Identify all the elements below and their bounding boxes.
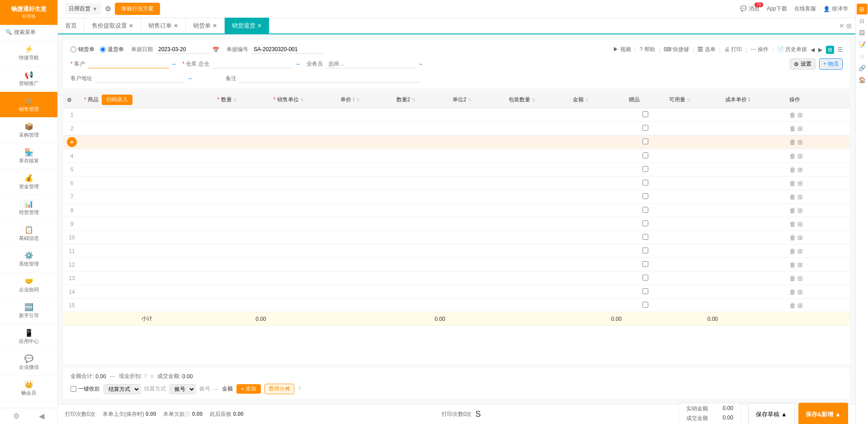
right-panel-star[interactable]: ☆ <box>857 51 868 62</box>
cell-product[interactable] <box>80 163 214 176</box>
gift-checkbox[interactable] <box>642 193 648 199</box>
user-menu[interactable]: 👤 徐泽华 <box>823 5 848 13</box>
radio-return[interactable]: 退货单 <box>100 46 124 53</box>
product-input[interactable] <box>84 289 210 295</box>
product-input[interactable] <box>84 153 210 159</box>
sort-unit2-icon[interactable]: ⇅ <box>468 97 472 102</box>
cell-amount[interactable] <box>569 108 625 122</box>
cell-product[interactable] <box>80 272 214 285</box>
product-input[interactable] <box>84 248 210 254</box>
cell-pkg-qty[interactable] <box>505 299 569 312</box>
gift-checkbox[interactable] <box>642 152 648 158</box>
cell-unit[interactable] <box>270 122 337 135</box>
copy-row-icon[interactable]: ⊞ <box>797 180 803 187</box>
tab-sale-setting[interactable]: 售价提取设置✕ <box>85 18 141 34</box>
cell-price[interactable] <box>337 135 393 149</box>
cell-qty2[interactable] <box>393 217 449 231</box>
cell-pkg-qty[interactable] <box>505 163 569 176</box>
delete-row-icon[interactable]: 🗑 <box>789 152 796 160</box>
copy-row-icon[interactable]: ⊞ <box>797 302 803 309</box>
experience-btn[interactable]: 体验行业方案 <box>115 3 160 15</box>
customer-lookup-icon[interactable]: ··· <box>172 60 175 68</box>
delete-row-icon[interactable]: 🗑 <box>789 275 796 282</box>
delete-row-icon[interactable]: 🗑 <box>789 288 796 295</box>
cell-qty[interactable] <box>214 258 270 272</box>
cell-cost-price[interactable] <box>722 108 786 122</box>
radio-sale[interactable]: 销货单 <box>71 46 94 53</box>
video-btn[interactable]: ▶ 视频 <box>613 46 631 53</box>
cell-unit2[interactable] <box>449 244 505 258</box>
delete-row-icon[interactable]: 🗑 <box>789 220 796 228</box>
delete-row-icon[interactable]: 🗑 <box>789 302 796 309</box>
cell-cost-price[interactable] <box>722 190 786 204</box>
save-draft-btn[interactable]: 保存草稿 ▲ <box>748 403 795 424</box>
sort-unit-icon[interactable]: ⇅ <box>300 97 304 102</box>
cell-product[interactable] <box>80 231 214 244</box>
product-input[interactable] <box>84 275 210 281</box>
product-input[interactable] <box>84 180 210 186</box>
sidebar-item-inventory[interactable]: 🏪库存核算 <box>0 143 57 169</box>
cell-qty[interactable] <box>214 149 270 163</box>
sidebar-item-wechat[interactable]: 💬企业微信 <box>0 350 57 376</box>
cell-gift[interactable] <box>625 190 665 204</box>
cell-unit2[interactable] <box>449 217 505 231</box>
cell-unit2[interactable] <box>449 299 505 312</box>
staff-lookup-icon[interactable]: ··· <box>419 60 422 68</box>
cell-gift[interactable] <box>625 135 665 149</box>
warehouse-input[interactable] <box>212 60 293 68</box>
cell-available[interactable] <box>665 108 722 122</box>
message-btn[interactable]: 💬 消息 70 <box>740 5 759 13</box>
cell-unit2[interactable] <box>449 122 505 135</box>
product-input[interactable] <box>84 194 210 200</box>
sort-avail-icon[interactable]: ⇅ <box>687 97 690 102</box>
cell-pkg-qty[interactable] <box>505 244 569 258</box>
cell-gift[interactable] <box>625 122 665 135</box>
cell-amount[interactable] <box>569 176 625 190</box>
delete-row-icon[interactable]: 🗑 <box>789 138 796 146</box>
cell-cost-price[interactable] <box>722 299 786 312</box>
one-key-collect-checkbox[interactable] <box>71 386 76 392</box>
gift-checkbox[interactable] <box>642 207 648 213</box>
tab-sale-goods[interactable]: 销货单✕ <box>186 18 225 34</box>
sidebar-item-apps[interactable]: 📱应用中心 <box>0 324 57 350</box>
copy-row-icon[interactable]: ⊞ <box>797 275 803 282</box>
cell-unit2[interactable] <box>449 204 505 217</box>
date-input[interactable] <box>156 45 210 54</box>
copy-row-icon[interactable]: ⊞ <box>797 220 803 228</box>
cell-pkg-qty[interactable] <box>505 285 569 299</box>
cell-cost-price[interactable] <box>722 244 786 258</box>
delete-row-icon[interactable]: 🗑 <box>789 234 796 241</box>
cell-qty2[interactable] <box>393 149 449 163</box>
cell-gift[interactable] <box>625 217 665 231</box>
cell-cost-price[interactable] <box>722 122 786 135</box>
cell-gift[interactable] <box>625 299 665 312</box>
gift-checkbox[interactable] <box>642 111 648 117</box>
sort-qty-icon[interactable]: ⇅ <box>233 97 237 102</box>
note-input[interactable] <box>239 74 420 83</box>
product-input[interactable] <box>84 167 210 173</box>
sidebar-item-basic[interactable]: 📋基础信息 <box>0 221 57 247</box>
cell-price[interactable] <box>337 299 393 312</box>
copy-row-icon[interactable]: ⊞ <box>797 193 803 200</box>
close-tab-sale-return-icon[interactable]: ✕ <box>257 23 262 29</box>
cell-product[interactable] <box>80 176 214 190</box>
cell-amount[interactable] <box>569 299 625 312</box>
grid-view-icon[interactable]: ⊞ <box>826 46 834 54</box>
gift-checkbox[interactable] <box>642 248 648 253</box>
cell-unit2[interactable] <box>449 231 505 244</box>
cell-amount[interactable] <box>569 285 625 299</box>
gift-checkbox[interactable] <box>642 288 648 294</box>
cell-amount[interactable] <box>569 204 625 217</box>
sidebar-item-system[interactable]: ⚙️系统管理 <box>0 247 57 272</box>
cell-cost-price[interactable] <box>722 163 786 176</box>
cell-gift[interactable] <box>625 204 665 217</box>
add-row-btn[interactable]: + <box>67 137 77 147</box>
cell-qty[interactable] <box>214 163 270 176</box>
cell-available[interactable] <box>665 176 722 190</box>
cell-cost-price[interactable] <box>722 204 786 217</box>
cell-product[interactable] <box>80 258 214 272</box>
discount-info-icon[interactable]: ? <box>144 373 147 380</box>
cell-cost-price[interactable] <box>722 135 786 149</box>
cell-unit[interactable] <box>270 176 337 190</box>
cell-gift[interactable] <box>625 149 665 163</box>
